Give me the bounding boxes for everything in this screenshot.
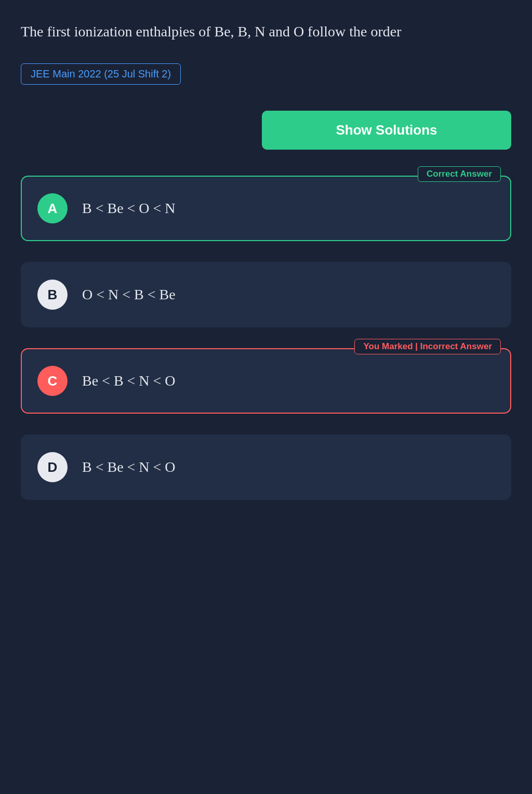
- option-b-card[interactable]: B O < N < B < Be: [21, 262, 511, 327]
- option-c-text: Be < B < N < O: [82, 373, 176, 389]
- option-d-wrapper: D B < Be < N < O: [21, 434, 511, 500]
- option-a-circle: A: [37, 193, 68, 223]
- option-d-circle: D: [37, 452, 68, 482]
- tag-badge: JEE Main 2022 (25 Jul Shift 2): [21, 63, 181, 85]
- option-c-card[interactable]: C Be < B < N < O: [21, 348, 511, 414]
- option-a-text: B < Be < O < N: [82, 200, 176, 217]
- option-b-text: O < N < B < Be: [82, 286, 176, 303]
- option-a-wrapper: Correct Answer A B < Be < O < N: [21, 176, 511, 241]
- show-solutions-button[interactable]: Show Solutions: [262, 111, 511, 150]
- option-b-circle: B: [37, 280, 68, 310]
- option-d-card[interactable]: D B < Be < N < O: [21, 434, 511, 500]
- correct-answer-badge: Correct Answer: [418, 166, 501, 182]
- option-b-wrapper: B O < N < B < Be: [21, 262, 511, 327]
- option-c-circle: C: [37, 366, 68, 396]
- option-d-text: B < Be < N < O: [82, 459, 176, 475]
- incorrect-answer-badge: You Marked | Incorrect Answer: [354, 339, 501, 354]
- question-text: The first ionization enthalpies of Be, B…: [21, 21, 511, 43]
- option-c-wrapper: You Marked | Incorrect Answer C Be < B <…: [21, 348, 511, 414]
- option-a-card[interactable]: A B < Be < O < N: [21, 176, 511, 241]
